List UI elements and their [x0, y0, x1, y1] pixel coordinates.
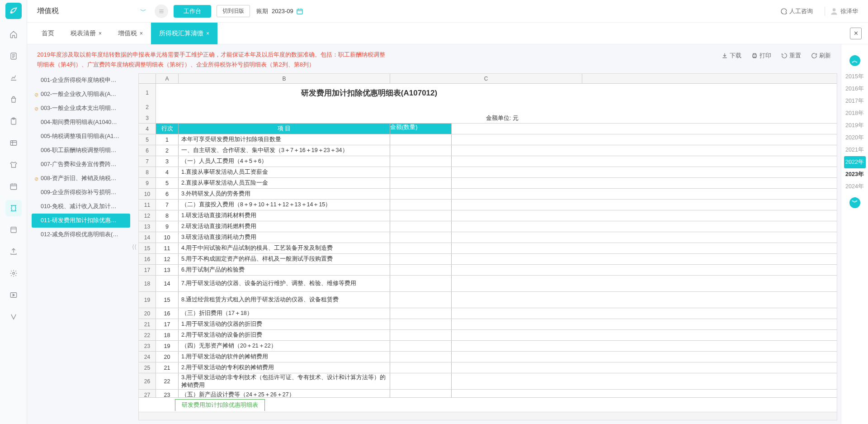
cell[interactable]	[390, 390, 452, 397]
row-header[interactable]: 21	[139, 319, 156, 329]
year-2023年[interactable]: 2023年	[844, 168, 866, 181]
row-header[interactable]: 22	[139, 330, 156, 340]
row-header[interactable]: 7	[139, 156, 156, 167]
user-menu[interactable]: 徐泽华	[830, 7, 858, 16]
workspace-button[interactable]: 工作台	[174, 5, 211, 18]
cell[interactable]: 行次	[156, 124, 179, 134]
cell[interactable]: 1.研发活动直接消耗材料费用	[179, 210, 390, 221]
cell[interactable]: 8	[156, 210, 179, 221]
row-header[interactable]: 17	[139, 265, 156, 275]
cell[interactable]: 15	[156, 292, 179, 308]
cell[interactable]: 6.用于试制产品的检验费	[179, 265, 390, 275]
switch-old-button[interactable]: 切到旧版	[217, 5, 250, 17]
tab-增值税[interactable]: 增值税×	[110, 23, 151, 44]
row-header[interactable]: 24	[139, 352, 156, 362]
year-2021年[interactable]: 2021年	[844, 144, 866, 156]
cell[interactable]: 1	[156, 134, 179, 145]
form-list-item[interactable]: 011-研发费用加计扣除优惠…	[32, 214, 130, 228]
cell[interactable]	[390, 178, 452, 188]
tab-close-icon[interactable]: ×	[206, 30, 209, 37]
tab-税表清册[interactable]: 税表清册×	[62, 23, 110, 44]
nav-grid-icon[interactable]	[5, 135, 22, 151]
row-header[interactable]: 8	[139, 167, 156, 177]
row-header[interactable]: 23	[139, 341, 156, 351]
cell[interactable]: （二）直接投入费用（8＋9＋10＋11＋12＋13＋14＋15）	[179, 200, 390, 210]
form-list-item[interactable]: 004-期间费用明细表(A1040…	[32, 115, 130, 129]
cell[interactable]	[390, 352, 452, 362]
year-down-icon[interactable]: ︾	[849, 197, 860, 208]
row-header[interactable]: 20	[139, 308, 156, 319]
year-2016年[interactable]: 2016年	[844, 83, 866, 95]
cell[interactable]: 一、自主研发、合作研发、集中研发（3＋7＋16＋19＋23＋34）	[179, 145, 390, 156]
tab-close-icon[interactable]: ×	[99, 30, 102, 37]
cell[interactable]	[390, 200, 452, 210]
row-header[interactable]: 26	[139, 373, 156, 389]
form-list-item[interactable]: 006-职工薪酬纳税调整明细…	[32, 143, 130, 157]
nav-video-icon[interactable]	[5, 287, 22, 303]
help-button[interactable]: 人工咨询	[780, 7, 813, 15]
cell[interactable]	[390, 232, 452, 243]
row-header[interactable]: 19	[139, 292, 156, 308]
cell[interactable]: 2.研发活动直接消耗燃料费用	[179, 221, 390, 232]
cell[interactable]	[390, 341, 452, 351]
form-list-item[interactable]: ⊘003-一般企业成本支出明细…	[32, 101, 130, 115]
row-header[interactable]: 13	[139, 221, 156, 232]
year-2024年[interactable]: 2024年	[844, 181, 866, 193]
form-list-item[interactable]: ⊘002-一般企业收入明细表(A…	[32, 87, 130, 101]
download-button[interactable]: 下载	[722, 52, 741, 60]
cell[interactable]: 3	[156, 156, 179, 167]
row-header[interactable]: 1	[139, 84, 156, 102]
form-list-item[interactable]: 010-免税、减计收入及加计…	[32, 200, 130, 214]
nav-bag-icon[interactable]	[5, 91, 22, 108]
cell[interactable]: 6	[156, 189, 179, 199]
h-scrollbar[interactable]	[139, 412, 837, 420]
cell[interactable]: 12	[156, 254, 179, 264]
cell[interactable]	[390, 243, 452, 253]
row-header[interactable]: 4	[139, 124, 156, 134]
cell[interactable]	[390, 276, 452, 291]
list-toggle-icon[interactable]	[155, 5, 168, 18]
cell[interactable]: 2.直接从事研发活动人员五险一金	[179, 178, 390, 188]
collapse-sidebar-icon[interactable]: ⟨⟨	[130, 73, 138, 420]
cell[interactable]: 19	[156, 341, 179, 351]
year-2022年[interactable]: 2022年	[844, 156, 866, 168]
cell[interactable]: （四）无形资产摊销（20＋21＋22）	[179, 341, 390, 351]
row-header[interactable]: 3	[139, 113, 156, 123]
row-header[interactable]: 18	[139, 276, 156, 291]
nav-v-icon[interactable]	[5, 309, 22, 325]
row-header[interactable]: 11	[139, 200, 156, 210]
col-header-c[interactable]: C	[390, 74, 582, 83]
cell[interactable]: （五）新产品设计费等（24＋25＋26＋27）	[179, 390, 390, 397]
cell[interactable]: 23	[156, 390, 179, 397]
cell[interactable]: 3.用于研发活动的非专利技术（包括许可证、专有技术、设计和计算方法等）的摊销费用	[179, 373, 390, 389]
cell[interactable]: 本年可享受研发费用加计扣除项目数量	[179, 134, 390, 145]
tab-close-icon[interactable]: ×	[140, 30, 143, 37]
form-list-item[interactable]: 007-广告费和业务宣传费跨…	[32, 157, 130, 172]
cell[interactable]	[390, 210, 452, 221]
year-2017年[interactable]: 2017年	[844, 95, 866, 107]
form-list-item[interactable]: 001-企业所得税年度纳税申…	[32, 73, 130, 87]
row-header[interactable]: 9	[139, 178, 156, 188]
cell[interactable]	[390, 167, 452, 177]
cell[interactable]: 22	[156, 373, 179, 389]
year-2015年[interactable]: 2015年	[844, 71, 866, 83]
reset-button[interactable]: 重置	[781, 52, 801, 60]
cell[interactable]: 1.用于研发活动的软件的摊销费用	[179, 352, 390, 362]
nav-clipboard-icon[interactable]	[5, 113, 22, 129]
form-list-item[interactable]: ⊘008-资产折旧、摊销及纳税…	[32, 172, 130, 186]
year-2018年[interactable]: 2018年	[844, 107, 866, 119]
cell[interactable]: 14	[156, 276, 179, 291]
cell[interactable]: 1.直接从事研发活动人员工资薪金	[179, 167, 390, 177]
nav-doc-icon[interactable]	[5, 48, 22, 64]
print-button[interactable]: 打印	[751, 52, 771, 60]
year-2019年[interactable]: 2019年	[844, 119, 866, 132]
nav-archive-icon[interactable]	[5, 222, 22, 238]
tab-所得税汇算清缴[interactable]: 所得税汇算清缴×	[151, 23, 217, 44]
cell[interactable]: 2.用于研发活动的专利权的摊销费用	[179, 362, 390, 373]
cell[interactable]: 13	[156, 265, 179, 275]
module-name[interactable]: 增值税	[37, 6, 59, 16]
form-list-item[interactable]: 009-企业所得税弥补亏损明…	[32, 186, 130, 200]
cell[interactable]	[390, 292, 452, 308]
cell[interactable]	[390, 362, 452, 373]
row-header[interactable]: 15	[139, 243, 156, 253]
